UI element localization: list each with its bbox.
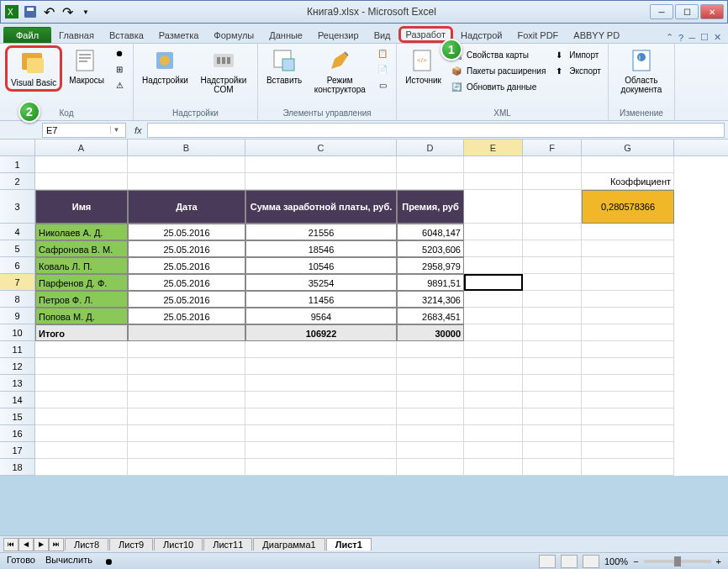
tab-formulas[interactable]: Формулы bbox=[206, 27, 261, 43]
window-close-icon[interactable]: ✕ bbox=[714, 32, 721, 43]
row-header-4[interactable]: 4 bbox=[0, 224, 35, 240]
cell-e6[interactable] bbox=[464, 257, 523, 274]
view-code-button[interactable]: 📄 bbox=[374, 61, 391, 76]
tab-addins[interactable]: Надстрой bbox=[453, 27, 509, 43]
row-header-14[interactable]: 14 bbox=[0, 392, 35, 408]
expansion-packs-button[interactable]: 📦Пакеты расширения bbox=[448, 63, 547, 78]
header-date[interactable]: Дата bbox=[128, 190, 245, 224]
addins-button[interactable]: Надстройки bbox=[139, 45, 192, 87]
row-header-12[interactable]: 12 bbox=[0, 358, 35, 375]
window-restore-icon[interactable]: ☐ bbox=[700, 32, 709, 43]
tab-foxit[interactable]: Foxit PDF bbox=[509, 27, 566, 43]
record-macro-button[interactable]: ⏺ bbox=[111, 45, 128, 61]
sheet-tab-лист11[interactable]: Лист11 bbox=[203, 538, 252, 551]
window-minimize-icon[interactable]: ─ bbox=[688, 33, 695, 43]
macro-security-button[interactable]: ⚠ bbox=[111, 77, 128, 92]
table-cell-bonus[interactable]: 2683,451 bbox=[397, 308, 464, 324]
relative-refs-button[interactable]: ⊞ bbox=[111, 61, 128, 76]
table-cell-name[interactable]: Коваль Л. П. bbox=[35, 257, 128, 274]
table-cell-bonus[interactable]: 6048,147 bbox=[397, 224, 464, 240]
row-header-10[interactable]: 10 bbox=[0, 324, 35, 341]
formula-input[interactable] bbox=[147, 123, 725, 138]
table-cell-sum[interactable]: 21556 bbox=[245, 224, 397, 240]
tab-abbyy[interactable]: ABBYY PD bbox=[566, 27, 627, 43]
table-cell-date[interactable]: 25.05.2016 bbox=[128, 257, 245, 274]
table-cell-bonus[interactable]: 9891,51 bbox=[397, 274, 464, 291]
cell-e4[interactable] bbox=[464, 224, 523, 240]
view-normal-button[interactable] bbox=[539, 555, 556, 568]
sheet-nav-last[interactable]: ⏭ bbox=[49, 538, 64, 551]
table-cell-sum[interactable]: 11456 bbox=[245, 291, 397, 308]
row-header-2[interactable]: 2 bbox=[0, 173, 35, 190]
table-cell-sum[interactable]: 35254 bbox=[245, 274, 397, 291]
maximize-button[interactable]: ☐ bbox=[675, 4, 699, 19]
table-cell-bonus[interactable]: 5203,606 bbox=[397, 240, 464, 257]
sheet-nav-first[interactable]: ⏮ bbox=[3, 538, 18, 551]
table-cell-sum[interactable]: 9564 bbox=[245, 308, 397, 324]
macros-button[interactable]: Макросы bbox=[66, 45, 108, 87]
save-icon[interactable] bbox=[23, 4, 38, 19]
row-header-9[interactable]: 9 bbox=[0, 308, 35, 324]
tab-data[interactable]: Данные bbox=[261, 27, 310, 43]
zoom-slider[interactable] bbox=[644, 560, 711, 563]
total-label[interactable]: Итого bbox=[35, 324, 128, 341]
select-all-corner[interactable] bbox=[0, 140, 35, 155]
table-cell-name[interactable]: Николаев А. Д. bbox=[35, 224, 128, 240]
qat-dropdown-icon[interactable]: ▼ bbox=[78, 4, 93, 19]
cell-e7[interactable] bbox=[464, 274, 523, 291]
col-header-e[interactable]: E bbox=[464, 140, 523, 155]
table-cell-name[interactable]: Попова М. Д. bbox=[35, 308, 128, 324]
coef-value[interactable]: 0,280578366 bbox=[582, 190, 674, 224]
row-header-18[interactable]: 18 bbox=[0, 459, 35, 476]
row-header-1[interactable]: 1 bbox=[0, 156, 35, 173]
table-cell-date[interactable]: 25.05.2016 bbox=[128, 308, 245, 324]
document-panel-button[interactable]: i Область документа bbox=[614, 45, 669, 96]
minimize-ribbon-icon[interactable]: ⌃ bbox=[666, 32, 673, 43]
table-cell-date[interactable]: 25.05.2016 bbox=[128, 291, 245, 308]
coef-label[interactable]: Коэффициент bbox=[582, 173, 674, 190]
properties-button[interactable]: 📋 bbox=[374, 45, 391, 61]
table-cell-sum[interactable]: 18546 bbox=[245, 240, 397, 257]
name-box-dropdown-icon[interactable]: ▼ bbox=[110, 126, 122, 134]
refresh-data-button[interactable]: 🔄Обновить данные bbox=[448, 79, 547, 94]
table-cell-name[interactable]: Сафронова В. М. bbox=[35, 240, 128, 257]
col-header-g[interactable]: G bbox=[582, 140, 674, 155]
row-header-17[interactable]: 17 bbox=[0, 442, 35, 459]
row-header-6[interactable]: 6 bbox=[0, 257, 35, 274]
row-header-7[interactable]: 7 bbox=[0, 274, 35, 291]
header-name[interactable]: Имя bbox=[35, 190, 128, 224]
run-dialog-button[interactable]: ▭ bbox=[374, 77, 391, 92]
minimize-button[interactable]: ─ bbox=[650, 4, 673, 19]
xml-import-button[interactable]: ⬇Импорт bbox=[551, 47, 603, 62]
header-sum[interactable]: Сумма заработной платы, руб. bbox=[245, 190, 397, 224]
tab-insert[interactable]: Вставка bbox=[102, 27, 151, 43]
row-header-15[interactable]: 15 bbox=[0, 408, 35, 425]
header-bonus[interactable]: Премия, руб bbox=[397, 190, 464, 224]
insert-control-button[interactable]: Вставить bbox=[263, 45, 305, 87]
redo-icon[interactable]: ↷ bbox=[60, 4, 75, 19]
macro-record-icon[interactable]: ⏺ bbox=[103, 555, 116, 568]
tab-layout[interactable]: Разметка bbox=[151, 27, 207, 43]
cell-e5[interactable] bbox=[464, 240, 523, 257]
col-header-a[interactable]: A bbox=[35, 140, 128, 155]
sheet-tab-лист8[interactable]: Лист8 bbox=[65, 538, 108, 551]
table-cell-date[interactable]: 25.05.2016 bbox=[128, 274, 245, 291]
zoom-out-button[interactable]: − bbox=[633, 556, 638, 566]
total-sum[interactable]: 106922 bbox=[245, 324, 397, 341]
visual-basic-button[interactable]: Visual Basic bbox=[5, 45, 62, 92]
table-cell-bonus[interactable]: 3214,306 bbox=[397, 291, 464, 308]
row-header-8[interactable]: 8 bbox=[0, 291, 35, 308]
table-cell-date[interactable]: 25.05.2016 bbox=[128, 240, 245, 257]
zoom-level[interactable]: 100% bbox=[604, 556, 628, 566]
table-cell-sum[interactable]: 10546 bbox=[245, 257, 397, 274]
cell-e9[interactable] bbox=[464, 308, 523, 324]
name-box[interactable]: E7 ▼ bbox=[42, 123, 126, 138]
row-header-3[interactable]: 3 bbox=[0, 190, 35, 224]
tab-view[interactable]: Вид bbox=[367, 27, 398, 43]
total-bonus[interactable]: 30000 bbox=[397, 324, 464, 341]
col-header-b[interactable]: B bbox=[128, 140, 245, 155]
sheet-tab-лист10[interactable]: Лист10 bbox=[154, 538, 203, 551]
col-header-c[interactable]: C bbox=[245, 140, 397, 155]
row-header-13[interactable]: 13 bbox=[0, 375, 35, 392]
sheet-tab-диаграмма1[interactable]: Диаграмма1 bbox=[253, 538, 324, 551]
